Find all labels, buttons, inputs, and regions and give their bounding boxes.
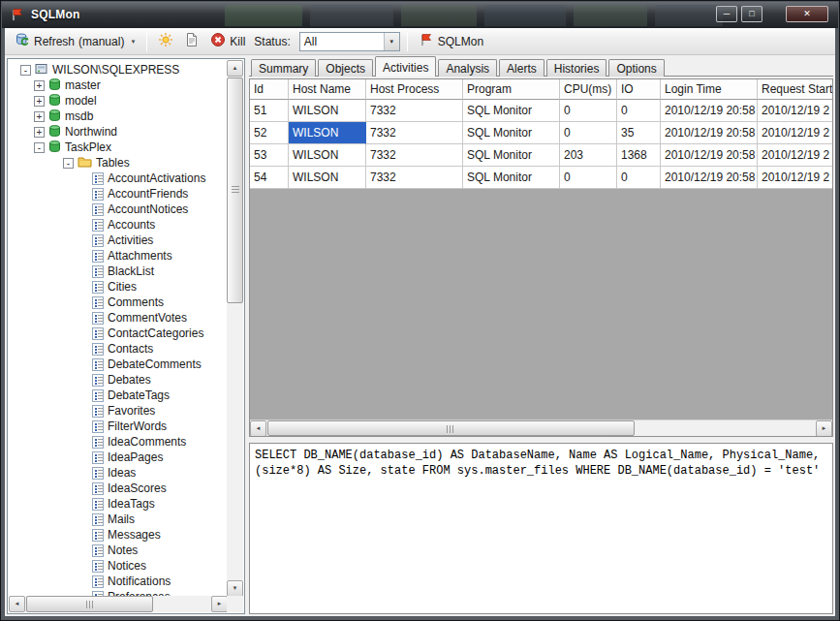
grid-cell[interactable]: 52 bbox=[250, 122, 289, 144]
tree-node-database[interactable]: + model bbox=[9, 93, 228, 109]
tab-activities[interactable]: Activities bbox=[375, 56, 436, 77]
kill-button[interactable]: Kill bbox=[206, 30, 249, 52]
column-header[interactable]: Host Name bbox=[289, 79, 366, 100]
status-combobox[interactable]: All ▼ bbox=[299, 32, 400, 51]
tree-node-table[interactable]: AccountNotices bbox=[9, 202, 228, 217]
tab-options[interactable]: Options bbox=[608, 59, 664, 77]
tree-node-table[interactable]: Notices bbox=[9, 558, 228, 574]
column-header[interactable]: CPU(ms) bbox=[560, 79, 617, 100]
script-button[interactable] bbox=[180, 30, 203, 52]
maximize-button[interactable]: □ bbox=[741, 6, 762, 22]
refresh-button[interactable]: Refresh (manual) ▼ bbox=[11, 30, 140, 52]
close-button[interactable]: ✕ bbox=[786, 6, 828, 22]
tree-node-database[interactable]: + master bbox=[9, 78, 228, 93]
tree-node-table[interactable]: Mails bbox=[9, 512, 228, 527]
column-header[interactable]: Id bbox=[250, 79, 289, 100]
tree-node-table[interactable]: CommentVotes bbox=[9, 310, 228, 326]
grid-cell[interactable]: 7332 bbox=[366, 144, 463, 167]
chevron-down-icon[interactable]: ▼ bbox=[384, 33, 399, 50]
tree-node-table[interactable]: IdeaTags bbox=[9, 496, 228, 512]
grid-row[interactable]: 52 WILSON 7332 SQL Monitor 0 35 2010/12/… bbox=[250, 122, 833, 144]
tree-node-table[interactable]: DebateComments bbox=[9, 357, 228, 372]
expand-icon[interactable]: + bbox=[34, 111, 45, 122]
scrollbar-thumb[interactable] bbox=[26, 596, 153, 612]
collapse-icon[interactable]: - bbox=[34, 142, 45, 153]
grid-cell[interactable]: 0 bbox=[617, 167, 661, 189]
tree-node-table[interactable]: DebateTags bbox=[9, 388, 228, 403]
collapse-icon[interactable]: - bbox=[63, 158, 74, 169]
highlight-button[interactable] bbox=[154, 30, 177, 52]
tree-node-database[interactable]: + msdb bbox=[9, 109, 228, 124]
grid-cell[interactable]: WILSON bbox=[289, 167, 366, 189]
tree-node-server[interactable]: - WILSON\SQLEXPRESS bbox=[9, 62, 228, 78]
tree-node-database[interactable]: + Northwind bbox=[9, 124, 228, 140]
tree-node-table[interactable]: Messages bbox=[9, 527, 228, 543]
tree-node-table[interactable]: Ideas bbox=[9, 465, 228, 481]
tree-node-table[interactable]: BlackList bbox=[9, 264, 228, 279]
tree-vertical-scrollbar[interactable]: ▲ ▼ bbox=[227, 60, 243, 597]
grid-cell[interactable]: 1368 bbox=[617, 144, 661, 167]
scroll-up-button[interactable]: ▲ bbox=[227, 60, 243, 77]
grid-cell[interactable]: SQL Monitor bbox=[463, 100, 560, 122]
tab-histories[interactable]: Histories bbox=[546, 59, 607, 77]
tree-node-table[interactable]: AccountFriends bbox=[9, 186, 228, 202]
scroll-right-button[interactable]: ► bbox=[816, 420, 832, 437]
column-header[interactable]: Login Time bbox=[661, 79, 758, 100]
tab-analysis[interactable]: Analysis bbox=[438, 59, 497, 77]
tree-node-table[interactable]: IdeaScores bbox=[9, 481, 228, 496]
scroll-down-button[interactable]: ▼ bbox=[227, 580, 243, 597]
tab-objects[interactable]: Objects bbox=[318, 59, 373, 77]
scrollbar-thumb[interactable] bbox=[227, 78, 243, 303]
grid-cell[interactable]: WILSON bbox=[289, 100, 366, 122]
grid-row[interactable]: 53 WILSON 7332 SQL Monitor 203 1368 2010… bbox=[250, 144, 833, 167]
grid-cell[interactable]: 53 bbox=[250, 144, 289, 167]
tree-node-table[interactable]: Debates bbox=[9, 372, 228, 388]
tree-node-table[interactable]: Cities bbox=[9, 279, 228, 295]
grid-cell[interactable]: 0 bbox=[560, 122, 617, 144]
tree-horizontal-scrollbar[interactable]: ◄ ► bbox=[9, 596, 228, 612]
tree-node-table[interactable]: AccountActivations bbox=[9, 171, 228, 186]
grid-cell[interactable]: 35 bbox=[617, 122, 661, 144]
scroll-left-button[interactable]: ◄ bbox=[9, 596, 25, 612]
expand-icon[interactable]: + bbox=[34, 96, 45, 107]
grid-cell-selected[interactable]: WILSON bbox=[289, 122, 366, 144]
grid-cell[interactable]: 0 bbox=[560, 167, 617, 189]
column-header[interactable]: Request Start bbox=[758, 79, 833, 100]
grid-cell[interactable]: 0 bbox=[560, 100, 617, 122]
tree-node-table[interactable]: Activities bbox=[9, 233, 228, 248]
tree-node-table[interactable]: IdeaComments bbox=[9, 434, 228, 450]
grid-cell[interactable]: WILSON bbox=[289, 144, 366, 167]
tree-node-table[interactable]: IdeaPages bbox=[9, 450, 228, 465]
grid-cell[interactable]: 2010/12/19 2 bbox=[758, 144, 833, 167]
grid-cell[interactable]: 2010/12/19 2 bbox=[758, 100, 833, 122]
tree-node-database[interactable]: - TaskPlex bbox=[9, 140, 228, 155]
grid-cell[interactable]: 2010/12/19 20:58 bbox=[661, 122, 758, 144]
grid-cell[interactable]: 7332 bbox=[366, 167, 463, 189]
grid-cell[interactable]: SQL Monitor bbox=[463, 122, 560, 144]
scrollbar-thumb[interactable] bbox=[267, 420, 635, 436]
column-header[interactable]: IO bbox=[617, 79, 661, 100]
column-header[interactable]: Host Process bbox=[366, 79, 463, 100]
grid-cell[interactable]: 7332 bbox=[366, 122, 463, 144]
tree-node-table[interactable]: Attachments bbox=[9, 248, 228, 264]
column-header[interactable]: Program bbox=[463, 79, 560, 100]
grid-row[interactable]: 51 WILSON 7332 SQL Monitor 0 0 2010/12/1… bbox=[250, 100, 833, 122]
sql-text-area[interactable]: SELECT DB_NAME(database_id) AS DatabaseN… bbox=[249, 443, 833, 614]
grid-cell[interactable]: 54 bbox=[250, 167, 289, 189]
tree-node-table[interactable]: Accounts bbox=[9, 217, 228, 233]
tab-summary[interactable]: Summary bbox=[251, 59, 316, 77]
tree-node-table[interactable]: FilterWords bbox=[9, 419, 228, 434]
minimize-button[interactable]: ─ bbox=[716, 6, 737, 22]
scroll-left-button[interactable]: ◄ bbox=[250, 420, 266, 437]
grid-cell[interactable]: 0 bbox=[617, 100, 661, 122]
expand-icon[interactable]: + bbox=[34, 127, 45, 138]
grid-horizontal-scrollbar[interactable]: ◄ ► bbox=[250, 419, 832, 436]
grid-cell[interactable]: 203 bbox=[560, 144, 617, 167]
tree-node-table[interactable]: Contacts bbox=[9, 341, 228, 357]
grid-cell[interactable]: SQL Monitor bbox=[463, 144, 560, 167]
tree-node-table[interactable]: Notifications bbox=[9, 574, 228, 589]
grid-cell[interactable]: 2010/12/19 2 bbox=[758, 167, 833, 189]
expand-icon[interactable]: + bbox=[34, 80, 45, 91]
tree-node-table[interactable]: Comments bbox=[9, 295, 228, 310]
title-bar[interactable]: SQLMon ─ □ ✕ bbox=[2, 2, 838, 28]
